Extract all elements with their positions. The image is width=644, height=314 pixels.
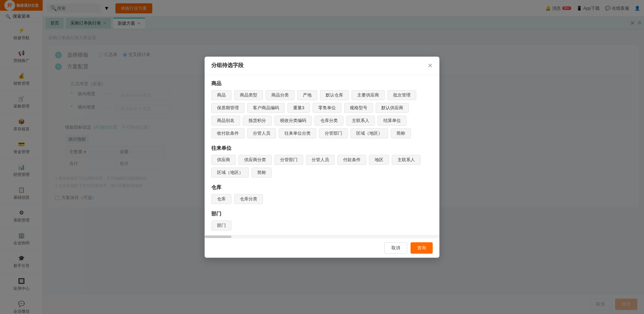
field-tag-零售单位[interactable]: 零售单位 xyxy=(313,103,341,113)
field-tag-产地[interactable]: 产地 xyxy=(297,90,317,100)
field-grid-product: 商品商品类型商品分类产地默认仓库主要供应商批次管理保质期管理客户商品编码重量3零… xyxy=(211,90,433,138)
field-tag-地区[interactable]: 地区 xyxy=(369,155,389,165)
field-tag-保质期管理[interactable]: 保质期管理 xyxy=(211,103,245,113)
field-tag-分管部门[interactable]: 分管部门 xyxy=(274,155,303,165)
field-tag-主要供应商[interactable]: 主要供应商 xyxy=(352,90,385,100)
field-tag-商品别名[interactable]: 商品别名 xyxy=(211,116,240,126)
modal-hscrollbar[interactable] xyxy=(205,235,439,238)
field-tag-规格型号[interactable]: 规格型号 xyxy=(344,103,373,113)
section-counterpart: 往来单位供应商供应商分类分管部门分管人员付款条件地区主联系人区域（地区）简称 xyxy=(211,145,433,178)
modal-hscroll-thumb[interactable] xyxy=(205,236,231,238)
section-warehouse: 仓库仓库仓库分类 xyxy=(211,184,433,204)
field-grid-department: 部门 xyxy=(211,221,433,231)
field-tag-仓库[interactable]: 仓库 xyxy=(211,194,231,204)
field-tag-税收分类编码[interactable]: 税收分类编码 xyxy=(274,116,312,126)
field-grid-counterpart: 供应商供应商分类分管部门分管人员付款条件地区主联系人区域（地区）简称 xyxy=(211,155,433,178)
field-tag-仓库分类[interactable]: 仓库分类 xyxy=(234,194,263,204)
field-tag-往来单位分类[interactable]: 往来单位分类 xyxy=(279,128,316,138)
field-tag-收付款条件[interactable]: 收付款条件 xyxy=(211,128,245,138)
modal: 分组待选字段 ✕ 商品商品商品类型商品分类产地默认仓库主要供应商批次管理保质期管… xyxy=(205,57,439,258)
field-tag-分管人员[interactable]: 分管人员 xyxy=(247,128,276,138)
modal-body[interactable]: 商品商品商品类型商品分类产地默认仓库主要供应商批次管理保质期管理客户商品编码重量… xyxy=(205,75,439,236)
modal-footer: 取消 查询 xyxy=(205,238,439,258)
field-tag-重量3[interactable]: 重量3 xyxy=(287,103,310,113)
field-tag-区域（地区）[interactable]: 区域（地区） xyxy=(211,168,249,178)
modal-title: 分组待选字段 xyxy=(211,62,244,69)
field-tag-付款条件[interactable]: 付款条件 xyxy=(337,155,366,165)
field-tag-主联系人[interactable]: 主联系人 xyxy=(392,155,421,165)
field-tag-供应商分类[interactable]: 供应商分类 xyxy=(238,155,272,165)
field-tag-区域（地区）[interactable]: 区域（地区） xyxy=(351,128,388,138)
field-tag-商品分类[interactable]: 商品分类 xyxy=(266,90,294,100)
field-tag-简称[interactable]: 简称 xyxy=(252,168,272,178)
field-tag-拣货积分[interactable]: 拣货积分 xyxy=(243,116,272,126)
field-tag-默认供应商[interactable]: 默认供应商 xyxy=(376,103,409,113)
field-tag-商品类型[interactable]: 商品类型 xyxy=(234,90,263,100)
modal-header: 分组待选字段 ✕ xyxy=(205,57,439,75)
field-tag-简称[interactable]: 简称 xyxy=(391,128,411,138)
field-tag-分管人员[interactable]: 分管人员 xyxy=(306,155,335,165)
field-tag-供应商[interactable]: 供应商 xyxy=(211,155,236,165)
field-tag-批次管理[interactable]: 批次管理 xyxy=(387,90,416,100)
field-tag-仓库分类[interactable]: 仓库分类 xyxy=(315,116,343,126)
section-department: 部门部门 xyxy=(211,211,433,231)
section-product: 商品商品商品类型商品分类产地默认仓库主要供应商批次管理保质期管理客户商品编码重量… xyxy=(211,80,433,138)
field-tag-商品[interactable]: 商品 xyxy=(211,90,231,100)
field-tag-主联系人[interactable]: 主联系人 xyxy=(346,116,375,126)
field-tag-默认仓库[interactable]: 默认仓库 xyxy=(320,90,349,100)
section-title-department: 部门 xyxy=(211,211,433,217)
section-title-product: 商品 xyxy=(211,80,433,87)
field-tag-结算单位[interactable]: 结算单位 xyxy=(378,116,407,126)
section-title-warehouse: 仓库 xyxy=(211,184,433,191)
modal-cancel-btn[interactable]: 取消 xyxy=(384,242,407,254)
field-grid-warehouse: 仓库仓库分类 xyxy=(211,194,433,204)
field-tag-部门[interactable]: 部门 xyxy=(211,221,231,231)
field-tag-分管部门[interactable]: 分管部门 xyxy=(319,128,348,138)
modal-close-btn[interactable]: ✕ xyxy=(428,62,433,69)
field-tag-客户商品编码[interactable]: 客户商品编码 xyxy=(247,103,285,113)
modal-confirm-btn[interactable]: 查询 xyxy=(411,242,433,254)
section-title-counterpart: 往来单位 xyxy=(211,145,433,151)
